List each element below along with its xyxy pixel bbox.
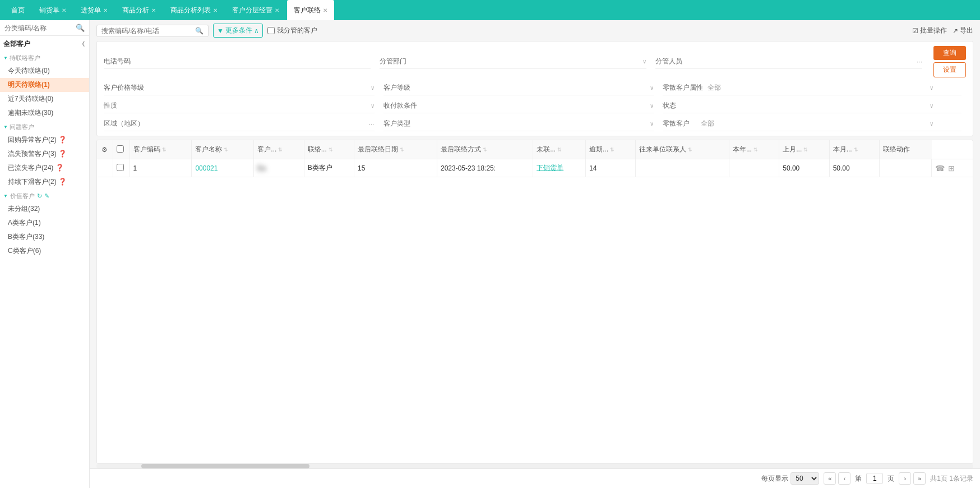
page-number-input[interactable]: [866, 473, 883, 484]
nav-close-icon[interactable]: ✕: [151, 7, 156, 13]
row-last-contact-method[interactable]: 下销货单: [533, 159, 586, 177]
table-header-type[interactable]: 客户...⇅: [254, 140, 304, 159]
contact-icon[interactable]: ☎: [935, 164, 945, 173]
filter-phone-input[interactable]: [142, 58, 371, 66]
last-page-button[interactable]: »: [913, 472, 926, 485]
sidebar-all-customers[interactable]: 全部客户 《: [0, 36, 89, 51]
sidebar-item-churned[interactable]: 已流失客户(24) ❓: [0, 161, 89, 175]
chevron-down-icon: ∨: [371, 85, 375, 91]
scrollbar-thumb[interactable]: [141, 464, 309, 468]
table-header-last-month[interactable]: 上月...⇅: [779, 140, 829, 159]
sidebar-item-tomorrow-pending[interactable]: 明天待联络(1): [0, 78, 89, 92]
filter-department-select[interactable]: ∨: [418, 58, 646, 65]
main-search-icon[interactable]: 🔍: [195, 27, 204, 35]
table-header-gear[interactable]: ⚙: [97, 140, 113, 159]
my-customers-checkbox-label[interactable]: 我分管的客户: [267, 26, 317, 35]
sidebar-item-class-a[interactable]: A类客户(1): [0, 216, 89, 230]
table-header-last-contact-method[interactable]: 最后联络方式⇅: [437, 140, 533, 159]
nav-home[interactable]: 首页: [4, 0, 31, 20]
table-header-checkbox[interactable]: [113, 140, 130, 159]
row-code[interactable]: 000021: [192, 159, 254, 177]
sidebar-item-class-b[interactable]: B类客户(33): [0, 230, 89, 244]
main-search-input[interactable]: [101, 27, 192, 35]
page-size-selector: 每页显示 20 50 100: [761, 472, 819, 485]
filter-customer-grade-select[interactable]: ∨: [422, 85, 654, 91]
sidebar-item-ungrouped[interactable]: 未分组(32): [0, 202, 89, 216]
table-header-code[interactable]: 客户编码⇅: [130, 140, 192, 159]
horizontal-scrollbar[interactable]: [96, 464, 973, 468]
select-all-checkbox[interactable]: [117, 145, 124, 153]
customer-table-container: ⚙ 客户编码⇅ 客户名称⇅ 客户...⇅ 联络...⇅ 最后联络日期⇅ 最后联络…: [96, 140, 973, 464]
filter-region-dots[interactable]: ···: [149, 120, 375, 128]
filter-status-select[interactable]: ∨: [701, 103, 933, 109]
more-icon[interactable]: ···: [917, 58, 922, 66]
table-header-contact-person[interactable]: 往来单位联系人⇅: [636, 140, 729, 159]
sidebar-collapse-icon[interactable]: 《: [79, 40, 85, 48]
table-header-no-contact[interactable]: 未联...⇅: [533, 140, 586, 159]
row-type: B类客户: [304, 159, 354, 177]
row-actions: ☎ ⊞: [932, 159, 973, 177]
row-gear: [97, 159, 113, 177]
chevron-down-icon: ∨: [930, 103, 933, 109]
more-filters-button[interactable]: ▼ 更多条件 ∧: [213, 24, 263, 38]
nav-close-icon[interactable]: ✕: [103, 7, 108, 13]
sidebar-search-icon[interactable]: 🔍: [76, 24, 85, 32]
nav-sales-order[interactable]: 销货单 ✕: [33, 0, 73, 20]
filter-nature-select[interactable]: ∨: [142, 103, 375, 109]
filter-price-grade-select[interactable]: ∨: [149, 85, 375, 91]
sidebar-item-7days-pending[interactable]: 近7天待联络(0): [0, 92, 89, 106]
row-name[interactable]: Ea: [254, 159, 304, 177]
nav-purchase-order[interactable]: 进货单 ✕: [74, 0, 114, 20]
sidebar-item-today-pending[interactable]: 今天待联络(0): [0, 64, 89, 78]
settings-button[interactable]: 设置: [933, 62, 966, 77]
sidebar-item-abnormal-repurchase[interactable]: 回购异常客户(2) ❓: [0, 133, 89, 147]
nav-close-icon[interactable]: ✕: [62, 7, 66, 13]
nav-close-icon[interactable]: ✕: [275, 7, 279, 13]
table-header-overdue[interactable]: 逾期...⇅: [586, 140, 636, 159]
prev-page-button[interactable]: ‹: [838, 472, 850, 485]
sidebar-item-overdue-contact[interactable]: 逾期未联络(30): [0, 106, 89, 120]
query-button[interactable]: 查询: [933, 46, 966, 60]
sidebar: 🔍 全部客户 《 待联络客户 今天待联络(0) 明天待联络(1) 近7天待联络(…: [0, 20, 90, 488]
filter-customer-type-select[interactable]: ∨: [422, 121, 654, 127]
nav-product-analysis-list[interactable]: 商品分析列表 ✕: [164, 0, 224, 20]
filter-payment-terms-select[interactable]: ∨: [422, 103, 654, 109]
my-customers-checkbox[interactable]: [267, 27, 275, 34]
toolbar-right: ☑ 批量操作 ↗ 导出: [912, 26, 973, 35]
table-header-name[interactable]: 客户名称⇅: [192, 140, 254, 159]
sidebar-search-box: 🔍: [0, 20, 89, 36]
grid-icon[interactable]: ⊞: [948, 164, 955, 173]
sidebar-search-input[interactable]: [4, 24, 76, 32]
next-page-button[interactable]: ›: [899, 472, 911, 485]
filter-customer-type: 客户类型 ∨: [383, 117, 654, 131]
nav-close-icon[interactable]: ✕: [323, 7, 327, 13]
row-no-contact: 14: [586, 159, 636, 177]
sidebar-item-class-c[interactable]: C类客户(6): [0, 244, 89, 258]
nav-customer-segmentation[interactable]: 客户分层经营 ✕: [225, 0, 286, 20]
filter-retail-customer-select[interactable]: 全部 ∨: [701, 119, 933, 128]
batch-operations-button[interactable]: ☑ 批量操作: [912, 26, 947, 35]
table-body: 1 000021 Ea B类客户 15 2023-05-23 18:25: 下销…: [97, 159, 973, 177]
export-button[interactable]: ↗ 导出: [953, 26, 973, 35]
sidebar-item-declining[interactable]: 持续下滑客户(2) ❓: [0, 175, 89, 189]
row-checkbox[interactable]: [113, 159, 130, 177]
row-overdue: [636, 159, 729, 177]
table-header-this-year[interactable]: 本年...⇅: [729, 140, 779, 159]
nav-close-icon[interactable]: ✕: [213, 7, 218, 13]
filter-row-4: 区域（地区） ··· 客户类型 ∨ 零散客户 全部: [104, 117, 966, 131]
sidebar-item-churn-warning[interactable]: 流失预警客户(3) ❓: [0, 147, 89, 161]
main-layout: 🔍 全部客户 《 待联络客户 今天待联络(0) 明天待联络(1) 近7天待联络(…: [0, 20, 980, 488]
filter-retail-attr-select[interactable]: 全部 ∨: [708, 83, 933, 93]
table-header-contact-count[interactable]: 联络...⇅: [304, 140, 354, 159]
nav-customer-contact[interactable]: 客户联络 ✕: [287, 0, 334, 20]
export-icon: ↗: [953, 27, 958, 35]
filter-manager-dots[interactable]: ···: [694, 58, 922, 66]
filter-actions: 查询 设置: [933, 46, 966, 77]
row-index: 1: [130, 159, 192, 177]
table-header-this-month[interactable]: 本月...⇅: [829, 140, 879, 159]
first-page-button[interactable]: «: [824, 472, 836, 485]
page-size-select[interactable]: 20 50 100: [791, 472, 819, 485]
nav-product-analysis[interactable]: 商品分析 ✕: [115, 0, 163, 20]
more-icon[interactable]: ···: [369, 120, 375, 128]
table-header-last-contact-date[interactable]: 最后联络日期⇅: [354, 140, 437, 159]
